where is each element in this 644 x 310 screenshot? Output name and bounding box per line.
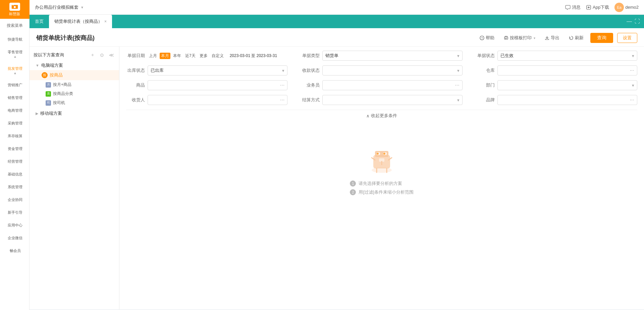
app-download-label: App下载 — [593, 4, 609, 10]
logo-icon — [9, 3, 20, 11]
sidebar-item-sales[interactable]: 销售管理 — [0, 91, 29, 104]
export-label: 导出 — [551, 35, 559, 41]
scheme-item-by-product[interactable]: 按 按商品 — [30, 70, 119, 80]
message-button[interactable]: 消息 — [565, 4, 581, 10]
filter-control-warehouse[interactable]: ··· — [497, 65, 637, 75]
filter-item-department: 部门 ▾ — [476, 80, 637, 90]
scheme-group-pc-arrow: ▼ — [36, 63, 39, 67]
filter-control-product[interactable]: ··· — [148, 80, 287, 90]
user-avatar-button[interactable]: Ea demo2 — [614, 3, 639, 12]
page-header: 销货单统计表(按商品) ? 帮助 按模板打印 ▾ 导出 — [30, 28, 644, 47]
warehouse-dots-icon[interactable]: ··· — [630, 67, 634, 73]
out-status-dropdown-icon[interactable]: ▾ — [282, 68, 284, 73]
sidebar-item-marketing[interactable]: 营销推广 — [0, 78, 29, 91]
query-button[interactable]: 查询 — [590, 33, 613, 43]
brand-dots-icon[interactable]: ··· — [630, 97, 634, 103]
filter-item-date: 单据日期 上月 本月 本年 近7天 更多 自定义 — [126, 51, 287, 61]
filter-control-department[interactable]: ▾ — [497, 80, 637, 90]
scheme-sub-item-category[interactable]: 类 按商品分类 — [30, 89, 119, 98]
date-tab-last-month[interactable]: 上月 — [148, 53, 158, 59]
sidebar-item-newbie[interactable]: 新手引导 — [0, 206, 29, 218]
filter-item-recipient: 收货人 ··· — [126, 95, 287, 105]
filter-control-out-status[interactable]: 已出库 ▾ — [148, 65, 287, 75]
sidebar-item-wholesale[interactable]: 批发管理▲ — [0, 62, 29, 78]
settlement-dropdown-icon[interactable]: ▾ — [457, 98, 460, 103]
scheme-collapse-button[interactable]: ≪ — [108, 51, 115, 59]
filter-control-settlement[interactable]: ▾ — [322, 95, 462, 105]
sidebar-item-label-basic: 基础信息 — [8, 172, 22, 177]
export-button[interactable]: 导出 — [542, 34, 562, 42]
app-download-button[interactable]: App下载 — [586, 4, 609, 10]
scheme-sub-item-driver[interactable]: 司 按司机 — [30, 98, 119, 107]
sidebar-item-operations[interactable]: 经营管理 — [0, 155, 29, 167]
sidebar-item-purchase[interactable]: 采购管理 — [0, 116, 29, 129]
product-dots-icon[interactable]: ··· — [280, 82, 284, 88]
date-tab-more[interactable]: 更多 — [198, 53, 209, 59]
settings-button[interactable]: 设置 — [617, 33, 637, 43]
tab-home[interactable]: 首页 — [30, 15, 49, 28]
sidebar-item-wechat[interactable]: 企业微信 — [0, 231, 29, 244]
scheme-edit-button[interactable]: ⊙ — [98, 51, 106, 59]
sidebar-item-appstore[interactable]: 应用中心 — [0, 218, 29, 231]
collapse-button[interactable]: ∧ 收起更多条件 — [366, 113, 397, 119]
sidebar-item-basic[interactable]: 基础信息 — [0, 167, 29, 180]
sidebar-item-finance[interactable]: 资金管理 — [0, 142, 29, 155]
svg-point-1 — [14, 6, 16, 8]
username: demo2 — [625, 5, 639, 10]
sidebar-item-quick-nav[interactable]: 快捷导航 — [0, 33, 29, 45]
print-label: 按模板打印 — [510, 35, 532, 41]
svg-rect-8 — [505, 39, 506, 39]
date-tab-this-month[interactable]: 本月 — [160, 53, 170, 59]
filter-control-order-status[interactable]: 已生效 ▾ — [497, 51, 637, 61]
search-menu-button[interactable]: 搜索菜单 — [4, 21, 25, 30]
tab-minimize-button[interactable]: — — [627, 18, 632, 24]
page-inner: 销货单统计表(按商品) ? 帮助 按模板打印 ▾ 导出 — [30, 28, 644, 309]
print-button[interactable]: 按模板打印 ▾ — [501, 34, 538, 42]
tab-sales-report[interactable]: 销货单统计表（按商品） × — [49, 15, 112, 28]
sidebar-item-retail[interactable]: 零售管理▲ — [0, 45, 29, 62]
help-button[interactable]: ? 帮助 — [477, 34, 497, 42]
scheme-sub-item-month-product[interactable]: 月 按月+商品 — [30, 80, 119, 89]
filter-control-recipient[interactable]: ··· — [148, 95, 287, 105]
avatar: Ea — [614, 3, 624, 12]
print-dropdown-icon[interactable]: ▾ — [534, 36, 535, 40]
filter-control-date: 上月 本月 本年 近7天 更多 自定义 2023-03-01 至 2023-03… — [148, 51, 287, 61]
date-tab-this-year[interactable]: 本年 — [172, 53, 182, 59]
date-tab-custom[interactable]: 自定义 — [210, 53, 225, 59]
recipient-dots-icon[interactable]: ··· — [280, 97, 284, 103]
scheme-sub-icon-month: 月 — [46, 82, 51, 88]
filter-item-order-status: 单据状态 已生效 ▾ — [476, 51, 637, 61]
sidebar-item-vip[interactable]: 畅会员 — [0, 244, 29, 257]
order-status-dropdown-icon[interactable]: ▾ — [632, 53, 634, 58]
sidebar-item-ecommerce[interactable]: 电商管理 — [0, 104, 29, 116]
tab-close-icon[interactable]: × — [104, 19, 107, 24]
filter-item-salesperson: 业务员 ··· — [301, 80, 462, 90]
filter-control-order-type[interactable]: 销货单 ▾ — [322, 51, 462, 61]
tab-maximize-button[interactable]: ⛶ — [635, 18, 640, 24]
date-tabs: 上月 本月 本年 近7天 更多 自定义 — [148, 53, 225, 59]
sidebar-item-inventory[interactable]: 库存核算 — [0, 129, 29, 142]
filter-control-brand[interactable]: ··· — [497, 95, 637, 105]
filter-control-salesperson[interactable]: ··· — [322, 80, 462, 90]
workspace-dropdown-icon[interactable]: ▾ — [81, 5, 83, 10]
payment-status-dropdown-icon[interactable]: ▾ — [457, 68, 460, 73]
sidebar-item-system[interactable]: 系统管理 — [0, 180, 29, 193]
department-dropdown-icon[interactable]: ▾ — [632, 83, 634, 88]
scheme-add-button[interactable]: ＋ — [89, 51, 96, 59]
scheme-group-mobile-header[interactable]: ▶ 移动端方案 — [30, 109, 119, 118]
sidebar-search[interactable]: 搜索菜单 — [0, 19, 29, 33]
scheme-sub-label-driver: 按司机 — [53, 100, 65, 106]
date-tab-7days[interactable]: 近7天 — [184, 53, 197, 59]
salesperson-dots-icon[interactable]: ··· — [455, 82, 459, 88]
collapse-label: 收起更多条件 — [371, 113, 397, 119]
sidebar-logo: 标慧版 — [0, 0, 30, 19]
content-layout: 按以下方案查询 ＋ ⊙ ≪ ▼ 电脑端方案 按 — [30, 47, 644, 309]
refresh-button[interactable]: 刷新 — [566, 34, 586, 42]
sidebar-item-enterprise[interactable]: 企业协同 — [0, 193, 29, 206]
scheme-group-mobile-label: 移动端方案 — [40, 110, 62, 116]
filter-item-product: 商品 ··· — [126, 80, 287, 90]
order-type-dropdown-icon[interactable]: ▾ — [457, 53, 460, 58]
filter-control-payment-status[interactable]: ▾ — [322, 65, 462, 75]
scheme-group-pc-header[interactable]: ▼ 电脑端方案 — [30, 61, 119, 70]
filter-label-salesperson: 业务员 — [301, 82, 320, 88]
